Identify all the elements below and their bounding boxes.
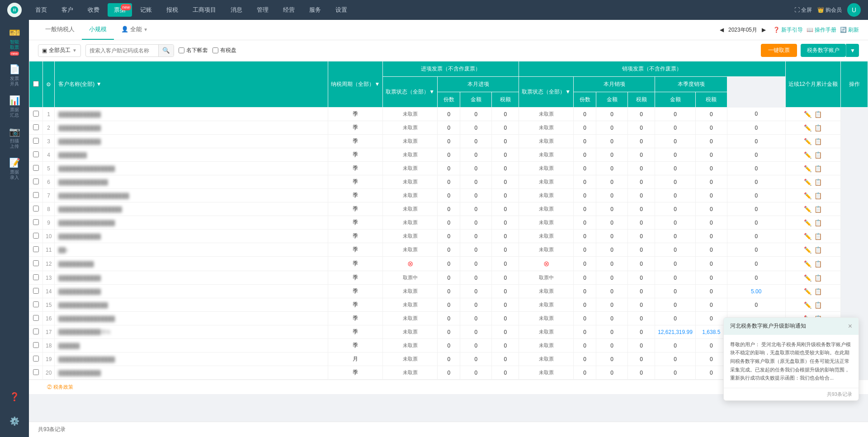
row-checkbox[interactable] — [33, 315, 39, 321]
notification-close-button[interactable]: × — [848, 322, 852, 330]
ledger-checkbox[interactable] — [179, 47, 184, 53]
copy-icon[interactable]: 📋 — [814, 111, 822, 118]
row-checkbox-cell[interactable] — [29, 325, 43, 339]
edit-icon[interactable]: ✏️ — [804, 206, 811, 213]
row-checkbox-cell[interactable] — [29, 366, 43, 380]
row-checkbox-cell[interactable] — [29, 189, 43, 202]
row-checkbox[interactable] — [33, 288, 39, 294]
row-checkbox-cell[interactable] — [29, 135, 43, 148]
sidebar-item-summary[interactable]: 📊 票据汇总 — [0, 91, 29, 122]
edit-icon[interactable]: ✏️ — [804, 288, 811, 295]
nav-settings[interactable]: 设置 — [329, 3, 354, 17]
row-checkbox-cell[interactable] — [29, 121, 43, 135]
employee-select[interactable]: ▣ 全部员工 ▼ — [38, 47, 80, 54]
sidebar-item-smart-ticket[interactable]: 🎫 智能取票 new — [0, 23, 29, 59]
copy-icon[interactable]: 📋 — [814, 151, 822, 159]
tax-disk-filter[interactable]: 有税盘 — [212, 47, 236, 54]
sidebar-item-record[interactable]: 📝 票据录入 — [0, 154, 29, 184]
nav-invoice[interactable]: 票据 new — [108, 3, 132, 17]
copy-icon[interactable]: 📋 — [814, 274, 822, 282]
settings-column-header[interactable]: ⚙ — [43, 61, 55, 108]
edit-icon[interactable]: ✏️ — [804, 301, 811, 309]
edit-icon[interactable]: ✏️ — [804, 219, 811, 226]
row-checkbox[interactable] — [33, 165, 39, 171]
row-checkbox[interactable] — [33, 206, 39, 211]
select-all-checkbox[interactable] — [33, 81, 39, 87]
employee-select-wrapper[interactable]: ▣ 全部员工 ▼ — [38, 44, 81, 57]
row-checkbox-cell[interactable] — [29, 216, 43, 230]
copy-icon[interactable]: 📋 — [814, 219, 822, 226]
quarterly-amount[interactable]: 12,621,319.99 — [658, 329, 693, 335]
copy-icon[interactable]: 📋 — [814, 260, 822, 268]
sidebar-bottom-settings[interactable]: ⚙️ — [8, 413, 21, 430]
row-checkbox-cell[interactable] — [29, 148, 43, 162]
copy-icon[interactable]: 📋 — [814, 192, 822, 199]
in-ticket-status-header[interactable]: 取票状态（全部）▼ — [383, 77, 438, 108]
row-checkbox[interactable] — [33, 138, 39, 144]
checkbox-all-header[interactable] — [29, 61, 43, 108]
manual-link[interactable]: 📖 操作手册 — [807, 26, 836, 34]
edit-icon[interactable]: ✏️ — [804, 274, 811, 282]
row-checkbox-cell[interactable] — [29, 352, 43, 366]
row-checkbox-cell[interactable] — [29, 298, 43, 312]
quarterly-tax[interactable]: 1,638.5 — [702, 329, 720, 335]
edit-icon[interactable]: ✏️ — [804, 246, 811, 254]
copy-icon[interactable]: 📋 — [814, 179, 822, 186]
nav-tax[interactable]: 报税 — [160, 3, 184, 17]
copy-icon[interactable]: 📋 — [814, 301, 822, 309]
nav-operation[interactable]: 经营 — [277, 3, 301, 17]
row-checkbox-cell[interactable] — [29, 162, 43, 175]
edit-icon[interactable]: ✏️ — [804, 151, 811, 159]
copy-icon[interactable]: 📋 — [814, 206, 822, 213]
ledger-filter[interactable]: 名下帐套 — [179, 47, 208, 54]
nav-business[interactable]: 工商项目 — [186, 3, 222, 17]
row-checkbox-cell[interactable] — [29, 108, 43, 121]
nav-bookkeeping[interactable]: 记账 — [134, 3, 158, 17]
row-checkbox[interactable] — [33, 151, 39, 157]
tax-disk-checkbox[interactable] — [212, 47, 218, 53]
row-checkbox-cell[interactable] — [29, 339, 43, 352]
row-checkbox[interactable] — [33, 356, 39, 362]
nav-message[interactable]: 消息 — [224, 3, 249, 17]
row-checkbox[interactable] — [33, 219, 39, 225]
row-checkbox-cell[interactable] — [29, 312, 43, 325]
row-checkbox[interactable] — [33, 260, 39, 266]
copy-icon[interactable]: 📋 — [814, 288, 822, 295]
tax-digital-button[interactable]: 税务数字账户 — [801, 44, 846, 57]
member-btn[interactable]: 👑 购会员 — [817, 6, 842, 14]
tab-all[interactable]: 👤 全能 ▼ — [114, 20, 155, 40]
nav-billing[interactable]: 收费 — [81, 3, 106, 17]
edit-icon[interactable]: ✏️ — [804, 138, 811, 145]
row-checkbox-cell[interactable] — [29, 230, 43, 243]
row-checkbox-cell[interactable] — [29, 285, 43, 298]
row-checkbox[interactable] — [33, 274, 39, 280]
new-user-guide-link[interactable]: ❓ 新手引导 — [773, 26, 803, 34]
date-prev-btn[interactable]: ◀ — [720, 27, 724, 33]
edit-icon[interactable]: ✏️ — [804, 260, 811, 268]
row-checkbox-cell[interactable] — [29, 257, 43, 271]
out-ticket-status-header[interactable]: 取票状态（全部）▼ — [519, 77, 574, 108]
row-checkbox[interactable] — [33, 192, 39, 198]
edit-icon[interactable]: ✏️ — [804, 124, 811, 132]
quick-ticket-button[interactable]: 一键取票 — [761, 44, 797, 57]
row-checkbox-cell[interactable] — [29, 175, 43, 189]
edit-icon[interactable]: ✏️ — [804, 233, 811, 240]
row-checkbox[interactable] — [33, 233, 39, 239]
row-checkbox[interactable] — [33, 246, 39, 252]
row-checkbox[interactable] — [33, 111, 39, 117]
tax-cycle-header[interactable]: 纳税周期（全部）▼ — [328, 61, 383, 108]
search-input[interactable] — [86, 47, 158, 54]
nav-service[interactable]: 服务 — [303, 3, 327, 17]
search-button[interactable]: 🔍 — [158, 45, 174, 56]
row-checkbox[interactable] — [33, 369, 39, 375]
tab-general-taxpayer[interactable]: 一般纳税人 — [38, 20, 82, 40]
sidebar-item-invoice-open[interactable]: 📄 发票开具 — [0, 60, 29, 90]
row-checkbox[interactable] — [33, 342, 39, 348]
fullscreen-btn[interactable]: ⛶ 全屏 — [794, 6, 812, 14]
acc-amount[interactable]: 5.00 — [751, 288, 761, 295]
edit-icon[interactable]: ✏️ — [804, 192, 811, 199]
tab-small-scale[interactable]: 小规模 — [82, 20, 114, 40]
copy-icon[interactable]: 📋 — [814, 138, 822, 145]
nav-admin[interactable]: 管理 — [250, 3, 275, 17]
copy-icon[interactable]: 📋 — [814, 124, 822, 132]
